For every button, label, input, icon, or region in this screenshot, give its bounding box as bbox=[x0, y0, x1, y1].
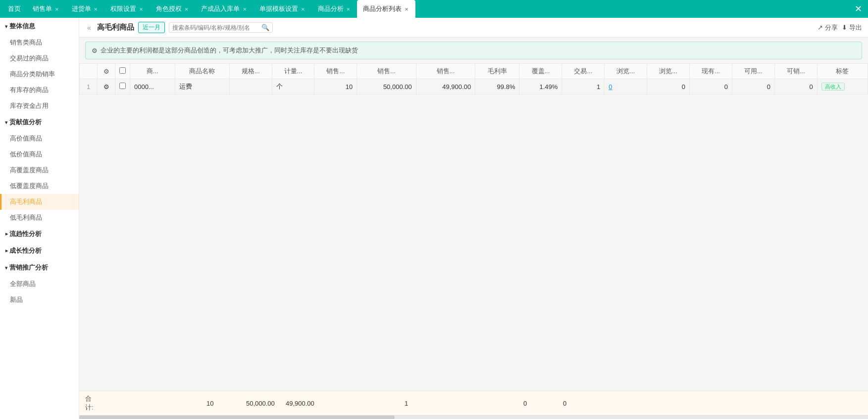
top-tab-4[interactable]: 角色授权× bbox=[150, 0, 196, 18]
top-tab-3[interactable]: 权限设置× bbox=[104, 0, 150, 18]
sidebar-group-2[interactable]: ▾流趋性分析 bbox=[0, 226, 79, 242]
sidebar-item-1-4[interactable]: 高毛利商品 bbox=[0, 194, 79, 210]
search-icon[interactable]: 🔍 bbox=[261, 24, 269, 31]
cell-checkbox-0[interactable] bbox=[115, 79, 130, 94]
th-saleable[interactable]: 可销... bbox=[774, 64, 817, 79]
window-close-btn[interactable]: ✕ bbox=[851, 3, 866, 14]
header-actions: ↗ 分享 ⬇ 导出 bbox=[817, 23, 862, 32]
top-tab-5[interactable]: 产成品入库单× bbox=[195, 0, 254, 18]
horizontal-scrollbar[interactable] bbox=[79, 415, 868, 419]
top-tab-8[interactable]: 商品分析列表× bbox=[357, 0, 415, 18]
table-footer: 合计: 10 50,000.00 49,900.00 1 0 0 bbox=[79, 391, 868, 415]
cell-saleable-0: 0 bbox=[774, 79, 817, 94]
th-current_stock[interactable]: 现有... bbox=[690, 64, 732, 79]
cell-sales_amount-0: 50,000.00 bbox=[357, 79, 416, 94]
scrollbar-thumb[interactable] bbox=[79, 416, 395, 419]
tab-close-btn[interactable]: × bbox=[404, 5, 409, 13]
top-tab-0[interactable]: 首页 bbox=[2, 0, 27, 18]
content-area: « 高毛利商品 近一月 🔍 ↗ 分享 ⬇ 导出 ⚙ 企业的主要的利润都是这部 bbox=[79, 18, 868, 419]
sidebar-group-1[interactable]: ▾贡献值分析 bbox=[0, 114, 79, 131]
tab-close-btn[interactable]: × bbox=[184, 5, 190, 13]
footer-current-stock: 0 bbox=[519, 400, 559, 407]
th-checkbox[interactable] bbox=[115, 64, 130, 79]
info-text: 企业的主要的利润都是这部分商品创造的，可考虑加大推广，同时关注库存是不要出现缺货 bbox=[101, 46, 358, 55]
th-settings[interactable]: ⚙ bbox=[98, 64, 115, 79]
footer-sales-amount: 50,000.00 bbox=[242, 400, 282, 407]
group-arrow-icon: ▾ bbox=[3, 233, 9, 235]
tab-close-btn[interactable]: × bbox=[300, 5, 306, 13]
tab-close-btn[interactable]: × bbox=[346, 5, 352, 13]
th-code[interactable]: 商... bbox=[130, 64, 175, 79]
th-browse1[interactable]: 浏览... bbox=[605, 64, 647, 79]
cell-code-0: 0000... bbox=[130, 79, 175, 94]
cell-settings-0[interactable]: ⚙ bbox=[98, 79, 115, 94]
table-container[interactable]: ⚙商...商品名称规格...计量...销售...销售...销售...毛利率覆盖.… bbox=[79, 63, 868, 391]
th-available[interactable]: 可用... bbox=[732, 64, 774, 79]
table-row[interactable]: 1⚙0000...运费个1050,000.0049,900.0099.8%1.4… bbox=[80, 79, 868, 94]
sidebar-item-0-1[interactable]: 交易过的商品 bbox=[0, 50, 79, 66]
sidebar-item-1-2[interactable]: 高覆盖度商品 bbox=[0, 162, 79, 178]
top-tab-6[interactable]: 单据模板设置× bbox=[254, 0, 312, 18]
sidebar-group-4[interactable]: ▾营销推广分析 bbox=[0, 259, 79, 276]
sidebar-item-0-4[interactable]: 库存资金占用 bbox=[0, 98, 79, 114]
share-btn[interactable]: ↗ 分享 bbox=[817, 23, 838, 32]
top-tab-2[interactable]: 进货单× bbox=[66, 0, 105, 18]
th-trade[interactable]: 交易... bbox=[562, 64, 605, 79]
data-table: ⚙商...商品名称规格...计量...销售...销售...销售...毛利率覆盖.… bbox=[79, 63, 868, 94]
th-sales_cost[interactable]: 销售... bbox=[416, 64, 475, 79]
sidebar-item-1-3[interactable]: 低覆盖度商品 bbox=[0, 178, 79, 194]
sidebar-item-4-1[interactable]: 新品 bbox=[0, 292, 79, 308]
sidebar-item-4-0[interactable]: 全部商品 bbox=[0, 276, 79, 292]
tab-label: 首页 bbox=[8, 4, 21, 13]
footer-sales-cost: 49,900.00 bbox=[282, 400, 321, 407]
sidebar-group-3[interactable]: ▾成长性分析 bbox=[0, 242, 79, 259]
tab-close-btn[interactable]: × bbox=[93, 5, 99, 13]
export-btn[interactable]: ⬇ 导出 bbox=[842, 23, 862, 32]
th-name[interactable]: 商品名称 bbox=[175, 64, 229, 79]
footer-trade: 1 bbox=[401, 400, 440, 407]
group-label: 流趋性分析 bbox=[9, 230, 42, 238]
tab-close-btn[interactable]: × bbox=[242, 5, 248, 13]
group-arrow-icon: ▾ bbox=[5, 265, 7, 271]
group-arrow-icon: ▾ bbox=[3, 250, 9, 252]
filter-recent-month-btn[interactable]: 近一月 bbox=[138, 22, 165, 33]
top-tab-1[interactable]: 销售单× bbox=[27, 0, 66, 18]
export-icon: ⬇ bbox=[842, 24, 847, 31]
select-all-checkbox[interactable] bbox=[119, 67, 126, 74]
sidebar: ▾整体信息销售类商品交易过的商品商品分类助销率有库存的商品库存资金占用▾贡献值分… bbox=[0, 18, 79, 419]
browse1-link[interactable]: 0 bbox=[609, 83, 612, 91]
sidebar-item-1-5[interactable]: 低毛利商品 bbox=[0, 210, 79, 226]
share-icon: ↗ bbox=[817, 24, 823, 31]
sidebar-item-1-1[interactable]: 低价值商品 bbox=[0, 146, 79, 162]
main-layout: ▾整体信息销售类商品交易过的商品商品分类助销率有库存的商品库存资金占用▾贡献值分… bbox=[0, 18, 868, 419]
tab-close-btn[interactable]: × bbox=[54, 5, 60, 13]
th-coverage[interactable]: 覆盖... bbox=[519, 64, 562, 79]
th-sales_amount[interactable]: 销售... bbox=[357, 64, 416, 79]
sidebar-group-0[interactable]: ▾整体信息 bbox=[0, 18, 79, 35]
th-sales_qty[interactable]: 销售... bbox=[314, 64, 357, 79]
row-checkbox[interactable] bbox=[119, 83, 126, 89]
group-label: 整体信息 bbox=[9, 22, 35, 31]
sidebar-item-0-3[interactable]: 有库存的商品 bbox=[0, 82, 79, 98]
th-spec[interactable]: 规格... bbox=[229, 64, 272, 79]
th-gross_rate[interactable]: 毛利率 bbox=[475, 64, 519, 79]
cell-browse1-0[interactable]: 0 bbox=[605, 79, 647, 94]
th-tag[interactable]: 标签 bbox=[817, 64, 868, 79]
search-input[interactable] bbox=[172, 24, 261, 31]
cell-index-0: 1 bbox=[80, 79, 98, 94]
sidebar-collapse-btn[interactable]: « bbox=[85, 24, 93, 32]
th-unit[interactable]: 计量... bbox=[272, 64, 314, 79]
group-arrow-icon: ▾ bbox=[5, 24, 7, 29]
sidebar-item-0-0[interactable]: 销售类商品 bbox=[0, 35, 79, 50]
cell-gross_rate-0: 99.8% bbox=[475, 79, 519, 94]
sidebar-item-1-0[interactable]: 高价值商品 bbox=[0, 131, 79, 146]
settings-icon[interactable]: ⚙ bbox=[103, 68, 109, 75]
top-tab-7[interactable]: 商品分析× bbox=[312, 0, 357, 18]
th-browse2[interactable]: 浏览... bbox=[647, 64, 690, 79]
tab-close-btn[interactable]: × bbox=[138, 5, 144, 13]
footer-available: 0 bbox=[559, 400, 599, 407]
tab-label: 销售单 bbox=[33, 4, 52, 13]
content-title: 高毛利商品 bbox=[97, 23, 134, 32]
sidebar-item-0-2[interactable]: 商品分类助销率 bbox=[0, 66, 79, 82]
row-settings-icon[interactable]: ⚙ bbox=[103, 83, 109, 91]
